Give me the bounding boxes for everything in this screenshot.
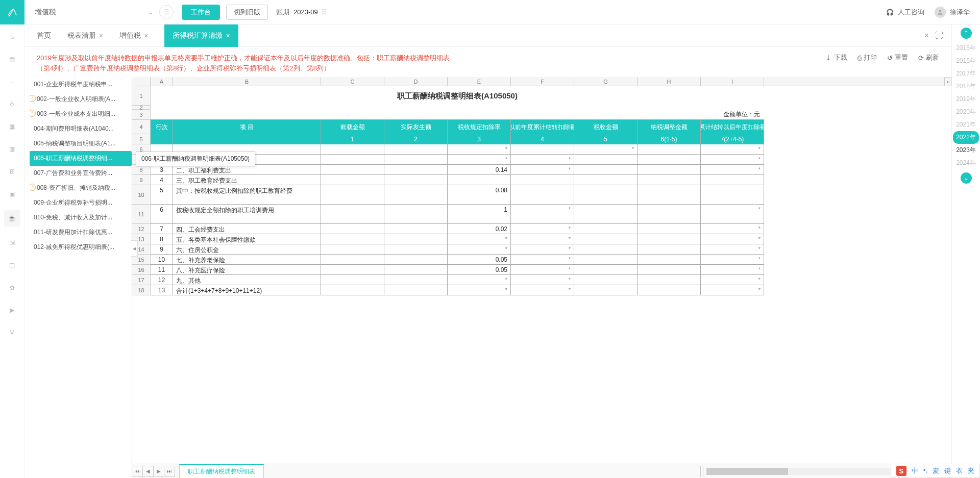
value-cell[interactable]: 0.05 (448, 255, 511, 265)
value-cell[interactable] (638, 175, 701, 185)
tab-close-icon[interactable]: × (99, 32, 103, 40)
value-cell[interactable] (321, 255, 384, 265)
nav-inbox-icon[interactable]: ◫ (6, 259, 18, 271)
value-cell[interactable] (384, 205, 448, 224)
sheet-nav-next[interactable]: ▶ (153, 466, 164, 477)
value-cell[interactable] (321, 185, 384, 205)
value-cell[interactable] (574, 244, 638, 255)
year-item[interactable]: 2019年 (953, 93, 979, 106)
close-all-icon[interactable]: × (924, 31, 929, 40)
year-item[interactable]: 2023年 (953, 144, 979, 157)
value-cell[interactable] (638, 185, 701, 205)
nav-video-icon[interactable]: ▶ (6, 304, 18, 316)
year-item[interactable]: 2017年 (953, 67, 979, 80)
value-cell[interactable]: * (511, 155, 574, 165)
nav-clipboard-icon[interactable]: ▦ (6, 120, 18, 133)
year-item[interactable]: 2016年 (953, 55, 979, 67)
row-header[interactable]: 3 (132, 110, 151, 120)
form-item[interactable]: 007-广告费和业务宣传费跨... (30, 166, 132, 181)
ime-item[interactable]: 中 (912, 466, 918, 475)
sheet-nav-first[interactable]: ⏮ (132, 466, 143, 477)
tab-首页[interactable]: 首页 (37, 24, 51, 47)
value-cell[interactable]: * (511, 275, 574, 285)
value-cell[interactable] (511, 144, 574, 155)
value-cell[interactable] (574, 285, 638, 295)
row-header[interactable]: 12 (132, 224, 151, 234)
value-cell[interactable] (511, 185, 574, 205)
value-cell[interactable]: * (701, 144, 764, 155)
value-cell[interactable] (638, 144, 701, 155)
col-header[interactable]: D (384, 77, 448, 86)
year-item[interactable]: 2020年 (953, 106, 979, 118)
value-cell[interactable] (321, 165, 384, 175)
nav-calendar-icon[interactable]: ▣ (6, 188, 18, 200)
document-icon[interactable]: ☰ (159, 5, 174, 19)
row-header[interactable]: 10 (132, 185, 151, 205)
nav-home-icon[interactable]: ⌂ (6, 31, 18, 43)
download-button[interactable]: ⭳下载 (825, 53, 847, 62)
col-header[interactable]: A (151, 77, 173, 86)
value-cell[interactable]: * (511, 234, 574, 244)
avatar[interactable] (935, 7, 946, 18)
calendar-icon[interactable]: ☷ (321, 9, 327, 16)
value-cell[interactable] (321, 265, 384, 275)
value-cell[interactable] (574, 165, 638, 175)
value-cell[interactable]: 0.05 (448, 265, 511, 275)
form-item[interactable]: 005-纳税调整项目明细表(A1... (30, 136, 132, 151)
value-cell[interactable]: * (574, 144, 638, 155)
row-header[interactable]: 2 (132, 106, 151, 110)
value-cell[interactable] (321, 155, 384, 165)
value-cell[interactable] (384, 155, 448, 165)
year-item[interactable]: 2021年 (953, 118, 979, 131)
col-header[interactable]: B (173, 77, 321, 86)
value-cell[interactable]: 0.02 (448, 224, 511, 234)
form-item[interactable]: 003-一般企业成本支出明细... (30, 107, 132, 121)
value-cell[interactable] (321, 144, 384, 155)
value-cell[interactable]: * (701, 234, 764, 244)
value-cell[interactable] (701, 185, 764, 205)
tax-type-dropdown[interactable]: 增值税 (35, 8, 56, 17)
value-cell[interactable]: * (701, 224, 764, 234)
refresh-button[interactable]: ⟳刷新 (918, 53, 939, 62)
value-cell[interactable]: * (448, 275, 511, 285)
row-header[interactable]: 4 (132, 120, 151, 134)
value-cell[interactable] (638, 165, 701, 175)
value-cell[interactable] (384, 234, 448, 244)
reset-button[interactable]: ↺重置 (887, 53, 908, 62)
value-cell[interactable]: * (701, 165, 764, 175)
row-header[interactable]: 11 (132, 205, 151, 224)
app-logo[interactable] (0, 0, 24, 24)
print-button[interactable]: ⎙打印 (857, 53, 877, 62)
value-cell[interactable]: * (511, 244, 574, 255)
value-cell[interactable]: * (701, 155, 764, 165)
value-cell[interactable] (574, 175, 638, 185)
nav-export-icon[interactable]: ⇲ (6, 237, 18, 249)
year-item[interactable]: 2018年 (953, 80, 979, 93)
row-header[interactable]: 16 (132, 265, 151, 275)
value-cell[interactable]: * (701, 244, 764, 255)
sheet-nav-last[interactable]: ⏭ (164, 466, 175, 477)
form-item[interactable]: 004-期间费用明细表(A1040... (30, 121, 132, 136)
value-cell[interactable] (574, 205, 638, 224)
value-cell[interactable]: * (448, 234, 511, 244)
value-cell[interactable]: 0.08 (448, 185, 511, 205)
ime-item[interactable]: 衣 (956, 466, 963, 475)
row-header[interactable]: 5 (132, 134, 151, 144)
nav-stamp-icon[interactable]: ⊞ (6, 165, 18, 178)
nav-settings-icon[interactable]: ✿ (6, 282, 18, 294)
username[interactable]: 徐泽华 (950, 8, 970, 17)
year-scroll-down[interactable]: ⌄ (961, 172, 972, 184)
support-link[interactable]: 人工咨询 (898, 8, 924, 17)
value-cell[interactable] (321, 224, 384, 234)
value-cell[interactable] (384, 224, 448, 234)
value-cell[interactable] (638, 224, 701, 234)
value-cell[interactable]: * (511, 205, 574, 224)
value-cell[interactable] (384, 255, 448, 265)
sheet-nav-prev[interactable]: ◀ (142, 466, 154, 477)
value-cell[interactable]: * (448, 155, 511, 165)
form-item[interactable]: 011-研发费用加计扣除优惠... (30, 225, 132, 240)
value-cell[interactable]: * (448, 285, 511, 295)
value-cell[interactable] (574, 185, 638, 205)
value-cell[interactable] (384, 265, 448, 275)
fullscreen-icon[interactable]: ⛶ (935, 31, 943, 40)
